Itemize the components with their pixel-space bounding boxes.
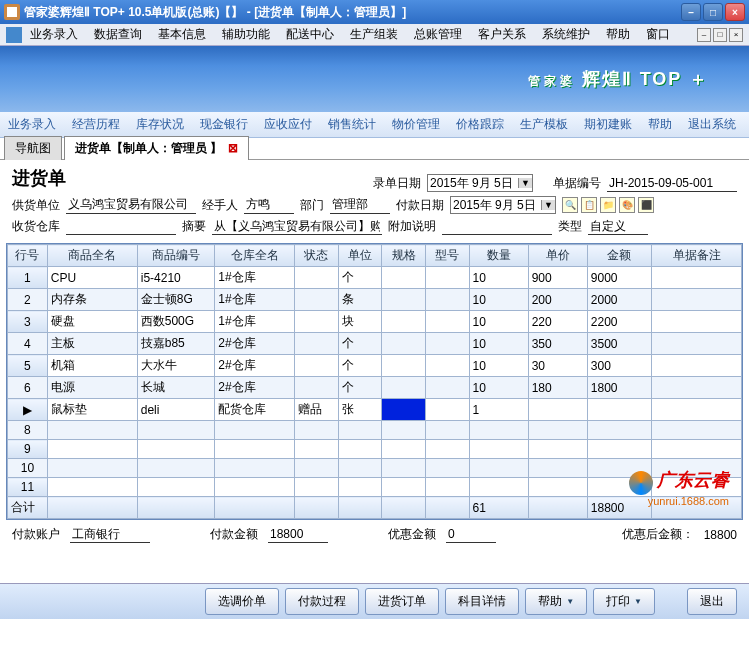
tab[interactable]: 进货单【制单人：管理员 】⊠: [64, 136, 249, 160]
pay-date-field[interactable]: ▼: [450, 196, 556, 214]
menu-辅助功能[interactable]: 辅助功能: [214, 25, 278, 43]
grid-cell[interactable]: [47, 478, 137, 497]
col-header[interactable]: 规格: [382, 245, 426, 267]
grid-cell[interactable]: [137, 459, 215, 478]
grid-cell[interactable]: i5-4210: [137, 267, 215, 289]
grid-cell[interactable]: [294, 289, 338, 311]
addinfo-field[interactable]: [442, 218, 552, 235]
grid-cell[interactable]: 180: [528, 377, 587, 399]
action-button[interactable]: 帮助▼: [525, 588, 587, 615]
grid-cell[interactable]: [382, 311, 426, 333]
grid-cell[interactable]: [137, 478, 215, 497]
col-header[interactable]: 商品全名: [47, 245, 137, 267]
discount-field[interactable]: [446, 526, 496, 543]
grid-cell[interactable]: 鼠标垫: [47, 399, 137, 421]
grid-cell[interactable]: 2#仓库: [215, 333, 295, 355]
menu-帮助[interactable]: 帮助: [598, 25, 638, 43]
grid-cell[interactable]: [528, 440, 587, 459]
action-button[interactable]: 付款过程: [285, 588, 359, 615]
menu-业务录入[interactable]: 业务录入: [22, 25, 86, 43]
grid-cell[interactable]: [382, 333, 426, 355]
col-header[interactable]: 状态: [294, 245, 338, 267]
grid-cell[interactable]: 个: [338, 333, 382, 355]
pay-amount-field[interactable]: [268, 526, 328, 543]
grid-cell[interactable]: [425, 267, 469, 289]
grid-cell[interactable]: [425, 377, 469, 399]
toolbtn-应收应付[interactable]: 应收应付: [256, 116, 320, 133]
col-header[interactable]: 数量: [469, 245, 528, 267]
grid-cell[interactable]: [469, 459, 528, 478]
grid-cell[interactable]: [425, 333, 469, 355]
warehouse-field[interactable]: [66, 218, 176, 235]
grid-cell[interactable]: 2#仓库: [215, 377, 295, 399]
row-number[interactable]: 3: [8, 311, 48, 333]
toolbtn-业务录入[interactable]: 业务录入: [0, 116, 64, 133]
grid-cell[interactable]: 条: [338, 289, 382, 311]
pay-account-field[interactable]: [70, 526, 150, 543]
grid-cell[interactable]: 张: [338, 399, 382, 421]
row-number[interactable]: 6: [8, 377, 48, 399]
grid-cell[interactable]: 10: [469, 333, 528, 355]
grid-cell[interactable]: 电源: [47, 377, 137, 399]
grid-cell[interactable]: [294, 333, 338, 355]
supplier-field[interactable]: [66, 197, 196, 214]
grid-cell[interactable]: 2#仓库: [215, 355, 295, 377]
grid-cell[interactable]: [425, 355, 469, 377]
action-button[interactable]: 退出: [687, 588, 737, 615]
tool-icon-5[interactable]: ⬛: [638, 197, 654, 213]
grid-cell[interactable]: [652, 478, 742, 497]
grid-cell[interactable]: [47, 459, 137, 478]
grid-cell[interactable]: [652, 333, 742, 355]
grid-cell[interactable]: [469, 421, 528, 440]
grid-cell[interactable]: [587, 459, 651, 478]
grid-cell[interactable]: [652, 377, 742, 399]
grid-cell[interactable]: [425, 289, 469, 311]
type-field[interactable]: [588, 218, 648, 235]
toolbtn-现金银行[interactable]: 现金银行: [192, 116, 256, 133]
grid-cell[interactable]: [137, 421, 215, 440]
grid-cell[interactable]: 1800: [587, 377, 651, 399]
grid-cell[interactable]: [215, 478, 295, 497]
tool-icon-2[interactable]: 📋: [581, 197, 597, 213]
grid-cell[interactable]: [652, 440, 742, 459]
grid-cell[interactable]: [587, 399, 651, 421]
grid-cell[interactable]: [47, 440, 137, 459]
grid-cell[interactable]: 1: [469, 399, 528, 421]
toolbtn-价格跟踪[interactable]: 价格跟踪: [448, 116, 512, 133]
grid-cell[interactable]: [294, 421, 338, 440]
row-number[interactable]: ▶: [8, 399, 48, 421]
grid-cell[interactable]: deli: [137, 399, 215, 421]
row-number[interactable]: 1: [8, 267, 48, 289]
grid-cell[interactable]: [294, 267, 338, 289]
grid-cell[interactable]: [294, 311, 338, 333]
grid-cell[interactable]: [652, 399, 742, 421]
handler-field[interactable]: [244, 197, 294, 214]
grid-cell[interactable]: 10: [469, 311, 528, 333]
menu-配送中心[interactable]: 配送中心: [278, 25, 342, 43]
grid-cell[interactable]: [528, 399, 587, 421]
row-number[interactable]: 5: [8, 355, 48, 377]
grid-cell[interactable]: [215, 459, 295, 478]
grid-cell[interactable]: [528, 421, 587, 440]
grid-cell[interactable]: [469, 478, 528, 497]
toolbtn-退出系统[interactable]: 退出系统: [680, 116, 744, 133]
grid-cell[interactable]: [652, 355, 742, 377]
grid-cell[interactable]: [652, 289, 742, 311]
row-number[interactable]: 11: [8, 478, 48, 497]
col-header[interactable]: 型号: [425, 245, 469, 267]
grid-cell[interactable]: [215, 421, 295, 440]
grid-cell[interactable]: 块: [338, 311, 382, 333]
tab[interactable]: 导航图: [4, 136, 62, 160]
action-button[interactable]: 选调价单: [205, 588, 279, 615]
action-button[interactable]: 科目详情: [445, 588, 519, 615]
grid-cell[interactable]: [528, 478, 587, 497]
mdi-minimize[interactable]: –: [697, 28, 711, 42]
grid-cell[interactable]: 30: [528, 355, 587, 377]
toolbtn-销售统计[interactable]: 销售统计: [320, 116, 384, 133]
menu-客户关系[interactable]: 客户关系: [470, 25, 534, 43]
mdi-restore[interactable]: □: [713, 28, 727, 42]
toolbtn-经营历程[interactable]: 经营历程: [64, 116, 128, 133]
grid-cell[interactable]: 1#仓库: [215, 267, 295, 289]
grid-cell[interactable]: [425, 478, 469, 497]
grid-cell[interactable]: 长城: [137, 377, 215, 399]
